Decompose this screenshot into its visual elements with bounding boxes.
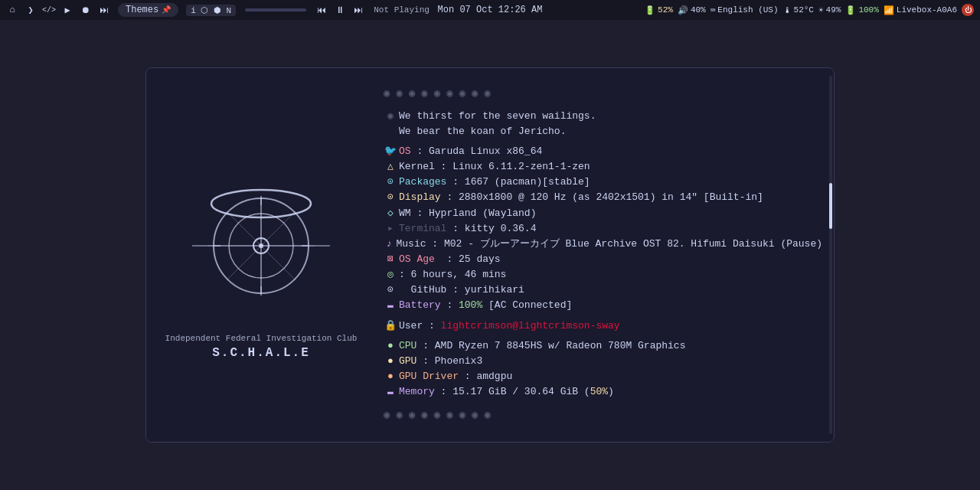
quote-line1: ◉ We thirst for the seven wailings. bbox=[384, 109, 822, 124]
volume-indicator: 🔊 40% bbox=[678, 5, 706, 15]
music-line: ♪ Music : M02 - ブルーアーカイブ Blue Archive OS… bbox=[384, 237, 822, 252]
terminal-icon[interactable]: ❯ bbox=[23, 2, 38, 18]
forward-icon[interactable]: ⏭ bbox=[96, 2, 112, 18]
progress-bar bbox=[245, 8, 306, 11]
battery-line: ▬ Battery : 100% [AC Connected] bbox=[384, 298, 822, 313]
memory-line: ▬ Memory : 15.17 GiB / 30.64 GiB (50%) bbox=[384, 384, 822, 400]
themes-label: Themes bbox=[126, 5, 158, 15]
uptime-line: ◎ : 6 hours, 46 mins bbox=[384, 267, 822, 283]
temp-indicator: 🌡 52°C bbox=[783, 5, 814, 15]
main-area: Independent Federal Investigation Club S… bbox=[0, 20, 980, 490]
logo-text: Independent Federal Investigation Club S… bbox=[165, 334, 358, 360]
home-icon[interactable]: ⌂ bbox=[5, 2, 20, 18]
quote-section: ◉ We thirst for the seven wailings. We b… bbox=[384, 109, 822, 139]
sysinfo-section: 🐦 OS : Garuda Linux x86_64 △ Kernel : Li… bbox=[384, 144, 822, 314]
battery-indicator: 🔋 52% bbox=[645, 5, 673, 15]
code-icon[interactable]: </> bbox=[41, 2, 57, 18]
scrollbar-thumb[interactable] bbox=[829, 183, 832, 229]
github-line: ⊙ GitHub : yurihikari bbox=[384, 283, 822, 298]
packages-line: ⊙ Packages : 1667 (pacman)[stable] bbox=[384, 175, 822, 190]
taskbar-right: 🔋 52% 🔊 40% ⌨ English (US) 🌡 52°C ☀ 49% … bbox=[645, 4, 980, 16]
left-panel: Independent Federal Investigation Club S… bbox=[146, 68, 376, 442]
taskbar-center: Mon 07 Oct 12:26 AM bbox=[438, 5, 543, 15]
gpu-line: ● GPU : Phoenix3 bbox=[384, 354, 822, 369]
dots-top: ◉◉◉◉◉◉◉◉◉ bbox=[384, 86, 822, 103]
logo-container bbox=[177, 150, 345, 318]
workspace-group: i ⬡ ⬢ N bbox=[186, 5, 236, 16]
scrollbar-track[interactable] bbox=[829, 76, 832, 434]
osage-line: ⊠ OS Age : 25 days bbox=[384, 252, 822, 267]
battery-full-indicator: 🔋 100% bbox=[845, 5, 878, 15]
language-indicator: ⌨ English (US) bbox=[710, 5, 779, 15]
taskbar: ⌂ ❯ </> ▶ ⏺ ⏭ Themes 📌 i ⬡ ⬢ N ⏮ ⏸ ⏭ Not… bbox=[0, 0, 980, 20]
pause-icon[interactable]: ⏸ bbox=[332, 2, 348, 18]
record-icon[interactable]: ⏺ bbox=[78, 2, 93, 18]
cpu-line: ● CPU : AMD Ryzen 7 8845HS w/ Radeon 780… bbox=[384, 338, 822, 354]
logo-title: S.C.H.A.L.E bbox=[165, 346, 358, 360]
os-line: 🐦 OS : Garuda Linux x86_64 bbox=[384, 144, 822, 159]
logo-subtitle: Independent Federal Investigation Club bbox=[165, 334, 358, 343]
brightness-indicator: ☀ 49% bbox=[818, 5, 841, 15]
themes-pin-icon: 📌 bbox=[162, 5, 171, 15]
power-button[interactable]: ⏻ bbox=[962, 4, 974, 16]
hardware-section: ● CPU : AMD Ryzen 7 8845HS w/ Radeon 780… bbox=[384, 338, 822, 400]
terminal-window: Independent Federal Investigation Club S… bbox=[145, 67, 835, 443]
kernel-line: △ Kernel : Linux 6.11.2-zen1-1-zen bbox=[384, 159, 822, 175]
prev-icon[interactable]: ⏮ bbox=[314, 2, 329, 18]
themes-button[interactable]: Themes 📌 bbox=[118, 3, 178, 17]
gpudriver-line: ● GPU Driver : amdgpu bbox=[384, 369, 822, 384]
datetime: Mon 07 Oct 12:26 AM bbox=[438, 5, 543, 15]
play-icon[interactable]: ▶ bbox=[60, 2, 75, 18]
user-line: 🔒 User : lightcrimson@lightcrimson-sway bbox=[384, 318, 822, 334]
terminal-output[interactable]: ◉◉◉◉◉◉◉◉◉ ◉ We thirst for the seven wail… bbox=[376, 68, 834, 442]
schale-logo-svg bbox=[185, 158, 338, 311]
wifi-indicator: 📶 Livebox-A0A6 bbox=[884, 5, 957, 15]
wm-line: ◇ WM : Hyprland (Wayland) bbox=[384, 206, 822, 221]
quote-line2: We bear the koan of Jericho. bbox=[384, 124, 822, 139]
media-status: Not Playing bbox=[374, 5, 430, 15]
display-line: ⊙ Display : 2880x1800 @ 120 Hz (as 2402x… bbox=[384, 190, 822, 205]
dots-bottom: ◉◉◉◉◉◉◉◉◉ bbox=[384, 407, 822, 424]
workspace-indicators: i ⬡ ⬢ N bbox=[191, 5, 231, 15]
next-icon[interactable]: ⏭ bbox=[351, 2, 366, 18]
taskbar-left: ⌂ ❯ </> ▶ ⏺ ⏭ Themes 📌 i ⬡ ⬢ N ⏮ ⏸ ⏭ Not… bbox=[0, 2, 430, 18]
user-section: 🔒 User : lightcrimson@lightcrimson-sway bbox=[384, 318, 822, 334]
terminal-line: ▸ Terminal : kitty 0.36.4 bbox=[384, 221, 822, 237]
